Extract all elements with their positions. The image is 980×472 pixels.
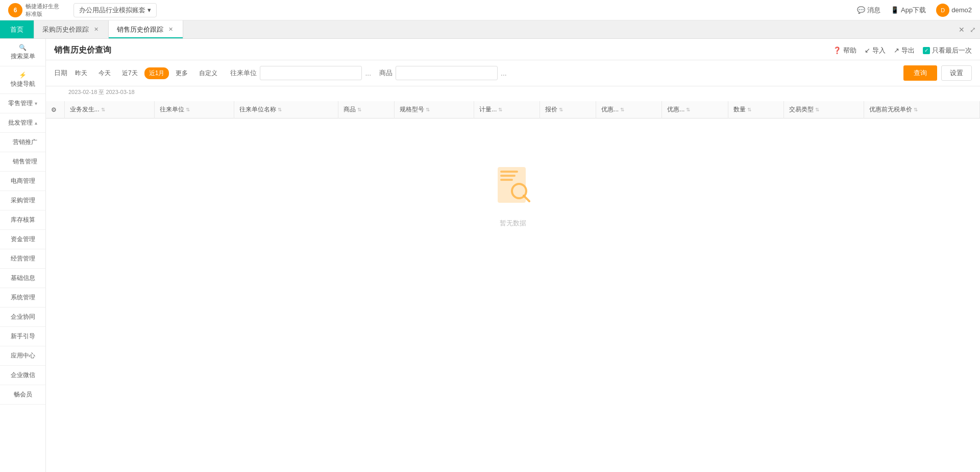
message-action[interactable]: 💬 消息 bbox=[857, 6, 880, 15]
empty-illustration bbox=[487, 159, 538, 210]
app-selector[interactable]: 办公用品行业模拟账套 ▾ bbox=[74, 3, 157, 17]
th-goods[interactable]: 商品 ⇅ bbox=[338, 101, 394, 119]
sort-icon-pretax-price: ⇅ bbox=[914, 107, 918, 112]
filter-row2: 2023-02-18 至 2023-03-18 bbox=[46, 86, 980, 101]
close-tab-icon[interactable]: ✕ bbox=[959, 26, 965, 34]
only-last-checkbox-label[interactable]: ✓ 只看最后一次 bbox=[923, 46, 972, 55]
sort-icon-counterpart-name: ⇅ bbox=[278, 107, 282, 112]
avatar: D bbox=[936, 4, 949, 17]
sort-icon-trade-type: ⇅ bbox=[815, 107, 819, 112]
sort-icon-quote: ⇅ bbox=[559, 107, 563, 112]
date-btn-yesterday[interactable]: 昨天 bbox=[70, 67, 92, 79]
svg-rect-3 bbox=[500, 179, 513, 181]
maximize-icon[interactable]: ⤢ bbox=[970, 26, 976, 34]
sidebar-item-enterprise[interactable]: 企业协同 bbox=[0, 308, 45, 327]
sort-icon-qty: ⇅ bbox=[747, 107, 751, 112]
th-counterpart-name[interactable]: 往来单位名称 ⇅ bbox=[234, 101, 338, 119]
tab-bar-actions: ✕ ⤢ bbox=[954, 20, 980, 38]
svg-rect-2 bbox=[500, 175, 516, 177]
sidebar-item-ecommerce[interactable]: 电商管理 bbox=[0, 172, 45, 191]
th-pretax-price[interactable]: 优惠前无税单价 ⇅ bbox=[864, 101, 979, 119]
th-qty[interactable]: 数量 ⇅ bbox=[728, 101, 784, 119]
date-range-display: 2023-02-18 至 2023-03-18 bbox=[68, 88, 135, 96]
main-layout: 🔍 搜索菜单 ⚡ 快捷导航 零售管理 ▾ 批发管理 ▴ 营销推广 销售管理 电商… bbox=[0, 39, 980, 472]
date-btn-more[interactable]: 更多 bbox=[171, 67, 192, 79]
th-biz-date[interactable]: 业务发生... ⇅ bbox=[64, 101, 154, 119]
date-label: 日期 bbox=[54, 68, 67, 78]
help-icon: ❓ bbox=[833, 46, 841, 54]
chevron-up-icon: ▴ bbox=[35, 120, 37, 126]
sort-icon-unit: ⇅ bbox=[498, 107, 502, 112]
logo-icon: 6 bbox=[8, 3, 22, 17]
counterpart-dots-btn[interactable]: ... bbox=[365, 69, 371, 77]
sort-icon-biz-date: ⇅ bbox=[101, 107, 105, 112]
app-download-action[interactable]: 📱 App下载 bbox=[891, 6, 926, 15]
sidebar-item-operations[interactable]: 经营管理 bbox=[0, 249, 45, 269]
filter-actions: 查询 设置 bbox=[903, 65, 972, 81]
date-btn-custom[interactable]: 自定义 bbox=[194, 67, 222, 79]
export-icon: ↗ bbox=[894, 46, 899, 54]
search-icon: 🔍 bbox=[19, 44, 27, 51]
th-quote[interactable]: 报价 ⇅ bbox=[540, 101, 596, 119]
th-counterpart-code[interactable]: 往来单位 ⇅ bbox=[154, 101, 234, 119]
sidebar-item-retail-mgmt[interactable]: 零售管理 ▾ bbox=[0, 94, 45, 113]
help-action[interactable]: ❓ 帮助 bbox=[833, 46, 856, 55]
checkbox-checked-icon: ✓ bbox=[923, 47, 930, 54]
empty-text: 暂无数据 bbox=[500, 219, 526, 228]
filter-row: 日期 昨天 今天 近7天 近1月 更多 自定义 往来单位 ... 商品 ... bbox=[46, 60, 980, 86]
th-unit[interactable]: 计量... ⇅ bbox=[474, 101, 540, 119]
page-header: 销售历史价查询 ❓ 帮助 ↙ 导入 ↗ 导出 ✓ 只看最后一次 bbox=[46, 39, 980, 60]
sidebar-item-sales-mgmt[interactable]: 销售管理 bbox=[0, 152, 45, 172]
settings-gear-icon[interactable]: ⚙ bbox=[51, 106, 57, 113]
th-discount2[interactable]: 优惠... ⇅ bbox=[662, 101, 728, 119]
tab-bar: 首页 采购历史价跟踪 ✕ 销售历史价跟踪 ✕ ✕ ⤢ bbox=[0, 20, 980, 39]
sidebar-item-member[interactable]: 畅会员 bbox=[0, 385, 45, 405]
date-btn-today[interactable]: 今天 bbox=[94, 67, 115, 79]
logo-text: 畅捷通好生意 标准版 bbox=[26, 3, 59, 17]
date-btn-last7days[interactable]: 近7天 bbox=[117, 67, 142, 79]
nav-icon: ⚡ bbox=[19, 72, 27, 79]
th-trade-type[interactable]: 交易类型 ⇅ bbox=[784, 101, 864, 119]
content-area: 销售历史价查询 ❓ 帮助 ↙ 导入 ↗ 导出 ✓ 只看最后一次 bbox=[46, 39, 980, 472]
user-action[interactable]: D demo2 bbox=[936, 4, 972, 17]
tab-purchase-history[interactable]: 采购历史价跟踪 ✕ bbox=[34, 20, 109, 38]
tab-close-sales[interactable]: ✕ bbox=[166, 26, 175, 34]
goods-label: 商品 bbox=[379, 68, 393, 78]
tab-sales-history[interactable]: 销售历史价跟踪 ✕ bbox=[109, 20, 183, 38]
sort-icon-discount2: ⇅ bbox=[686, 107, 690, 112]
sidebar-item-marketing[interactable]: 营销推广 bbox=[0, 133, 45, 152]
sidebar-item-basic-info[interactable]: 基础信息 bbox=[0, 269, 45, 288]
import-action[interactable]: ↙ 导入 bbox=[865, 46, 886, 55]
svg-rect-1 bbox=[500, 171, 518, 173]
goods-input[interactable] bbox=[396, 66, 498, 80]
logo-area: 6 畅捷通好生意 标准版 bbox=[8, 3, 59, 17]
query-button[interactable]: 查询 bbox=[903, 65, 937, 81]
empty-state: 暂无数据 bbox=[46, 119, 980, 269]
download-icon: 📱 bbox=[891, 6, 899, 14]
sidebar-item-finance[interactable]: 资金管理 bbox=[0, 230, 45, 249]
page-title: 销售历史价查询 bbox=[54, 45, 111, 56]
tab-home[interactable]: 首页 bbox=[0, 20, 34, 38]
goods-dots-btn[interactable]: ... bbox=[501, 69, 507, 77]
header-left: 6 畅捷通好生意 标准版 办公用品行业模拟账套 ▾ bbox=[8, 3, 157, 17]
data-table: ⚙ 业务发生... ⇅ 往来单位 ⇅ bbox=[46, 101, 980, 119]
sidebar-item-wholesale-mgmt[interactable]: 批发管理 ▴ bbox=[0, 113, 45, 133]
sidebar-item-system[interactable]: 系统管理 bbox=[0, 288, 45, 308]
sidebar-item-enterprise-wechat[interactable]: 企业微信 bbox=[0, 366, 45, 385]
sidebar-item-guide[interactable]: 新手引导 bbox=[0, 327, 45, 346]
sidebar-item-quick-nav[interactable]: ⚡ 快捷导航 bbox=[0, 66, 45, 94]
message-icon: 💬 bbox=[857, 6, 865, 14]
tab-close-purchase[interactable]: ✕ bbox=[92, 26, 100, 34]
settings-button[interactable]: 设置 bbox=[941, 65, 972, 81]
th-settings[interactable]: ⚙ bbox=[46, 101, 64, 119]
sidebar-item-purchase-mgmt[interactable]: 采购管理 bbox=[0, 191, 45, 210]
sort-icon-goods: ⇅ bbox=[357, 107, 361, 112]
th-spec[interactable]: 规格型号 ⇅ bbox=[394, 101, 474, 119]
sidebar-item-search-menu[interactable]: 🔍 搜索菜单 bbox=[0, 39, 45, 66]
th-discount1[interactable]: 优惠... ⇅ bbox=[596, 101, 662, 119]
date-btn-last1month[interactable]: 近1月 bbox=[144, 67, 169, 79]
export-action[interactable]: ↗ 导出 bbox=[894, 46, 915, 55]
sidebar-item-app-center[interactable]: 应用中心 bbox=[0, 346, 45, 366]
counterpart-input[interactable] bbox=[260, 66, 362, 80]
sidebar-item-inventory[interactable]: 库存核算 bbox=[0, 210, 45, 230]
